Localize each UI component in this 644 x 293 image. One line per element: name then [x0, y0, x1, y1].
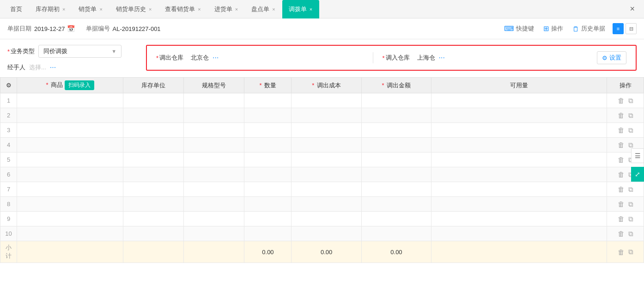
calendar-icon[interactable]: 📅: [67, 25, 75, 32]
tab-close-stocktake[interactable]: ×: [272, 6, 275, 12]
product-cell[interactable]: [17, 153, 123, 167]
tab-close-purchase[interactable]: ×: [235, 6, 238, 12]
col-header-unit: 库存单位: [123, 78, 184, 93]
product-cell[interactable]: [17, 123, 123, 138]
warehouse-in-item: * 调入仓库 上海仓 ···: [383, 54, 590, 62]
history-action[interactable]: 🗒 历史单据: [571, 24, 605, 33]
scan-button[interactable]: 扫码录入: [65, 80, 94, 90]
form-left: * 业务类型 同价调拨 ▼ 经手人 选择... ···: [7, 45, 137, 72]
tab-close-sales[interactable]: ×: [99, 6, 102, 12]
delete-icon[interactable]: 🗑: [618, 185, 625, 193]
amount-cell[interactable]: [361, 93, 431, 108]
delete-icon[interactable]: 🗑: [618, 141, 625, 149]
list-view-btn[interactable]: ≡: [613, 23, 624, 34]
delete-icon[interactable]: 🗑: [618, 230, 625, 238]
right-tool-list[interactable]: ☰: [631, 148, 644, 163]
cost-cell[interactable]: [292, 123, 361, 138]
biz-type-select[interactable]: 同价调拨 ▼: [38, 45, 122, 58]
tab-purchase[interactable]: 进货单 ×: [208, 0, 245, 18]
delete-icon[interactable]: 🗑: [618, 248, 625, 256]
person-select[interactable]: 选择...: [29, 63, 46, 72]
quantity-cell[interactable]: [244, 138, 292, 153]
product-cell[interactable]: [17, 138, 123, 153]
delete-icon[interactable]: 🗑: [618, 215, 625, 223]
tab-close-sales-history[interactable]: ×: [149, 6, 152, 12]
amount-cell[interactable]: [361, 212, 431, 226]
col-header-gear[interactable]: ⚙: [0, 78, 17, 93]
person-more-icon[interactable]: ···: [50, 63, 56, 72]
quantity-cell[interactable]: [244, 212, 292, 226]
subtotal-spec-cell: [184, 241, 244, 263]
amount-cell[interactable]: [361, 167, 431, 182]
product-cell[interactable]: [17, 182, 123, 197]
row-num-cell: 1: [0, 93, 17, 108]
product-cell[interactable]: [17, 93, 123, 108]
amount-cell[interactable]: [361, 197, 431, 212]
window-close-button[interactable]: ×: [624, 4, 640, 14]
operation-action[interactable]: ⊞ 操作: [541, 24, 563, 33]
unit-cell: [123, 182, 184, 197]
tab-inventory-init[interactable]: 库存期初 ×: [29, 0, 72, 18]
product-cell[interactable]: [17, 197, 123, 212]
amount-cell[interactable]: [361, 153, 431, 167]
cost-cell[interactable]: [292, 167, 361, 182]
cost-cell[interactable]: [292, 93, 361, 108]
shortcut-action[interactable]: ⌨ 快捷键: [502, 24, 534, 33]
quantity-cell[interactable]: [244, 123, 292, 138]
delete-icon[interactable]: 🗑: [618, 126, 625, 134]
delete-icon[interactable]: 🗑: [618, 97, 625, 104]
quantity-cell[interactable]: [244, 108, 292, 123]
subtotal-quantity-cell: 0.00: [244, 241, 292, 263]
copy-icon[interactable]: ⧉: [628, 215, 633, 223]
warehouse-out-more-icon[interactable]: ···: [213, 54, 219, 62]
delete-icon[interactable]: 🗑: [618, 156, 625, 164]
tab-sales[interactable]: 销货单 ×: [72, 0, 109, 18]
delete-icon[interactable]: 🗑: [618, 171, 625, 178]
copy-icon[interactable]: ⧉: [628, 185, 633, 194]
copy-icon[interactable]: ⧉: [628, 200, 633, 208]
product-cell[interactable]: [17, 226, 123, 241]
amount-cell[interactable]: [361, 123, 431, 138]
product-cell[interactable]: [17, 167, 123, 182]
product-cell[interactable]: [17, 108, 123, 123]
quantity-cell[interactable]: [244, 182, 292, 197]
quantity-cell[interactable]: [244, 226, 292, 241]
delete-icon[interactable]: 🗑: [618, 200, 625, 208]
tab-view-sales[interactable]: 查看销货单 ×: [158, 0, 207, 18]
right-tool-expand[interactable]: ⤢: [631, 167, 644, 182]
view-toggle: ≡ ⊟: [613, 23, 637, 34]
copy-icon[interactable]: ⧉: [628, 230, 633, 238]
amount-cell[interactable]: [361, 182, 431, 197]
cost-cell[interactable]: [292, 212, 361, 226]
quantity-cell[interactable]: [244, 197, 292, 212]
tab-close-view-sales[interactable]: ×: [198, 6, 200, 12]
cost-cell[interactable]: [292, 108, 361, 123]
tab-stocktake[interactable]: 盘点单 ×: [245, 0, 282, 18]
cost-cell[interactable]: [292, 182, 361, 197]
grid-view-btn[interactable]: ⊟: [626, 23, 637, 34]
cost-cell[interactable]: [292, 197, 361, 212]
tab-home[interactable]: 首页: [4, 0, 29, 18]
tab-close-transfer[interactable]: ×: [310, 6, 312, 12]
amount-cell[interactable]: [361, 138, 431, 153]
settings-button[interactable]: ⚙ 设置: [597, 51, 626, 64]
cost-cell[interactable]: [292, 153, 361, 167]
delete-icon[interactable]: 🗑: [618, 111, 625, 119]
amount-cell[interactable]: [361, 226, 431, 241]
quantity-cell[interactable]: [244, 153, 292, 167]
biz-type-field: * 业务类型 同价调拨 ▼: [7, 45, 137, 58]
quantity-cell[interactable]: [244, 167, 292, 182]
tab-close-inventory-init[interactable]: ×: [62, 6, 65, 12]
amount-cell[interactable]: [361, 108, 431, 123]
cost-cell[interactable]: [292, 138, 361, 153]
row-num-cell: 6: [0, 167, 17, 182]
tab-sales-history[interactable]: 销货单历史 ×: [109, 0, 158, 18]
tab-transfer[interactable]: 调拨单 ×: [282, 0, 319, 18]
available-cell: [431, 197, 607, 212]
cost-cell[interactable]: [292, 226, 361, 241]
quantity-cell[interactable]: [244, 93, 292, 108]
warehouse-in-more-icon[interactable]: ···: [439, 54, 445, 62]
copy-icon[interactable]: ⧉: [628, 248, 633, 256]
product-cell[interactable]: [17, 212, 123, 226]
copy-icon[interactable]: ⧉: [628, 97, 633, 105]
